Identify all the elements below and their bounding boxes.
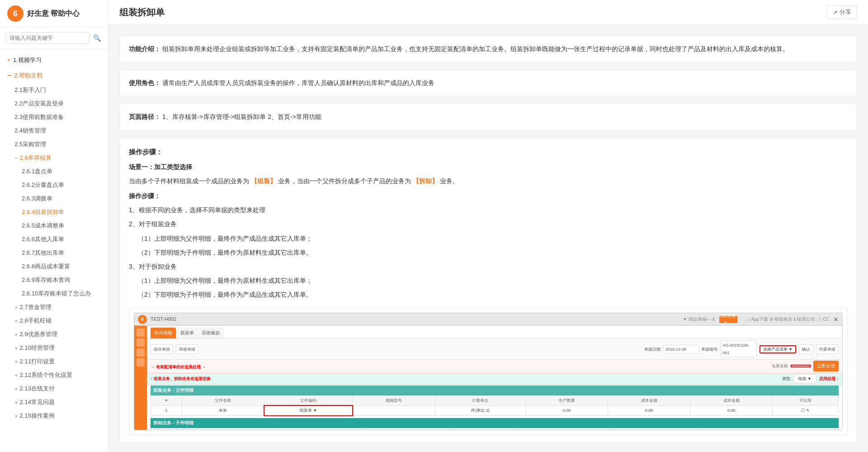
- page-title: 组装拆卸单: [119, 6, 165, 19]
- sidebar-item-2-1[interactable]: 2.1新手入门: [0, 83, 108, 97]
- steps-card: 操作步骤： 场景一：加工类型选择 当由多个子件材料组装成一个成品的业务为 【组装…: [119, 138, 857, 443]
- mock-tab-inactive-1: 新架单: [177, 328, 198, 338]
- mock-screenshot: 6 TEST-H002 ▼ 同款商铺—大 同款商铺—大 ⚪ App下载 ⚙ 帮助…: [134, 313, 843, 430]
- sidebar-label-1: 1.视频学习: [13, 56, 42, 64]
- feature-label: 功能介绍：: [129, 45, 160, 52]
- mock-annotation-row: → 有装配清单的在这里处理 → 仓库名称 立即处理: [147, 360, 842, 373]
- feature-text: 组装拆卸单用来处理企业组装或拆卸等加工业务，支持有固定装配清单的产品加工业务，也…: [162, 45, 789, 52]
- top-bar: 组装拆卸单 ↗ 分享: [108, 0, 868, 25]
- sidebar-item-2-11[interactable]: + 2.11打印设置: [0, 355, 108, 368]
- sidebar-item-2-14[interactable]: + 2.14常见问题: [0, 395, 108, 409]
- sidebar-item-2-3[interactable]: 2.3使用前数据准备: [0, 110, 108, 124]
- logo-icon: 6: [7, 5, 24, 22]
- sidebar-item-2-7[interactable]: + 2.7资金管理: [0, 300, 108, 314]
- mock-no-input: AD-20191226-001: [721, 341, 757, 357]
- mock-btn-save: 保存单据: [151, 344, 173, 354]
- mock-tab-inactive-2: 应收账款: [198, 328, 224, 338]
- sidebar-item-2-6-1[interactable]: 2.6.1盘点单: [0, 165, 108, 178]
- mock-sidebar-icon-2: [137, 338, 145, 347]
- mock-btn-op1: 确认: [799, 344, 813, 354]
- mock-tab-bar: 库存调整 新架单 应收账款: [147, 326, 842, 339]
- sidebar-label-2: 2.帮助文档: [14, 71, 42, 80]
- sidebar-item-2-15[interactable]: + 2.15操作案例: [0, 409, 108, 423]
- mock-left-sidebar: [134, 326, 147, 430]
- mock-date-input: 2019-12-26: [663, 345, 699, 354]
- sidebar-item-2-13[interactable]: + 2.13在线支付: [0, 382, 108, 395]
- step3: 3、对于拆卸业务: [129, 261, 848, 272]
- screenshot-container: 6 TEST-H002 ▼ 同款商铺—大 同款商铺—大 ⚪ App下载 ⚙ 帮助…: [129, 308, 848, 435]
- sidebar-item-2[interactable]: − 2.帮助文档: [0, 68, 108, 83]
- step1: 1、根据不同的业务，选择不同单据的类型来处理: [129, 205, 848, 216]
- path-label: 页面路径：: [129, 113, 160, 120]
- mock-close-icon[interactable]: ✕: [833, 316, 839, 323]
- mock-lower-section: 拆卸业务 - 子件明细 ✦ 子件名称 规格型号 计划用量 实际 *实际入库 成本…: [147, 417, 842, 431]
- expand-icon-1: +: [7, 57, 10, 63]
- mock-btn-op2: 作废单据: [816, 344, 839, 354]
- role-text: 通常由生产人员或库管人员完成拆装业务的操作，库管人员确认原材料的出库和产成品的入…: [162, 79, 434, 86]
- sidebar-item-2-12[interactable]: + 2.12系统个性化设置: [0, 368, 108, 382]
- share-button[interactable]: ↗ 分享: [827, 5, 857, 19]
- search-input[interactable]: [5, 32, 90, 44]
- expand-icon-2-7: +: [14, 304, 18, 311]
- step2-sub1: （1）上部明细为父件明细，最终作为产成品生成其它入库单；: [129, 233, 848, 244]
- sidebar-item-2-6-10[interactable]: 2.6.10库存账本错了怎么办: [0, 287, 108, 300]
- scene1-desc: 当由多个子件材料组装成一个成品的业务为 【组装】 业务，当由一个父件拆分成多个子…: [129, 176, 848, 187]
- sidebar-item-1[interactable]: + 1.视频学习: [0, 52, 108, 68]
- share-icon: ↗: [833, 9, 838, 16]
- mock-app-id: TEST-H002: [151, 315, 176, 324]
- step3-sub2: （2）下部明细为子件明细，最终作为产成品生成其它入库单。: [129, 289, 848, 300]
- mock-sidebar-icon-4: [137, 358, 145, 366]
- mock-nav-btn: 同款商铺—大: [719, 316, 737, 323]
- path-card: 页面路径： 1、库存核算->库存管理->组装拆卸单 2、首页->常用功能: [119, 104, 857, 130]
- mock-app-bar: 6 TEST-H002 ▼ 同款商铺—大 同款商铺—大 ⚪ App下载 ⚙ 帮助…: [134, 313, 842, 326]
- sidebar-item-2-6-6[interactable]: 2.6.6其他入库单: [0, 233, 108, 246]
- collapse-icon-2: −: [7, 71, 11, 80]
- role-card: 使用角色： 通常由生产人员或库管人员完成拆装业务的操作，库管人员确认原材料的出库…: [119, 70, 857, 96]
- annotation-fixed-bom: → 有装配清单的在这里处理 →: [151, 365, 206, 369]
- mock-btn-audit: 审核单据: [176, 344, 198, 354]
- mock-table-row-1: 1 米米 组装单 ▼ 件(单位:1) 0.00 0.00 0.00: [151, 405, 839, 415]
- step2-sub2: （2）下部明细为子件明细，最终作为原材料生成其它出库单。: [129, 247, 848, 258]
- annotation-type-switch: ↑ 组装业务、拆卸业务在这里切换: [151, 375, 211, 382]
- steps-label: 操作步骤：: [129, 146, 848, 158]
- sidebar-item-2-6-7[interactable]: 2.6.7其他出库单: [0, 246, 108, 260]
- mock-upper-title: 组装业务 - 父件明细: [151, 385, 839, 395]
- mock-lower-title: 拆卸业务 - 子件明细: [151, 418, 839, 428]
- search-button[interactable]: 🔍: [91, 33, 103, 43]
- sidebar-item-2-6-3[interactable]: 2.6.3调拨单: [0, 192, 108, 205]
- annotation-enable: 启用处理 ↑: [819, 375, 839, 382]
- mock-btn-fixed: 选择产品清单 ▼: [760, 345, 796, 353]
- content-area: 功能介绍： 组装拆卸单用来处理企业组装或拆卸等加工业务，支持有固定装配清单的产品…: [108, 25, 868, 452]
- sidebar: 6 好生意 帮助中心 🔍 + 1.视频学习 − 2.帮助文档 2.1新手入门 2…: [0, 0, 108, 452]
- mock-upper-table: ✦ 父件名称 父件编码 规格型号 计量单位 生产数量 成本金额 成本金额 可出库: [151, 395, 839, 416]
- sidebar-item-2-6-4[interactable]: 2.6.4组装拆卸单: [0, 205, 108, 219]
- mock-sidebar-icon-1: [137, 328, 145, 337]
- mock-logo: 6: [138, 315, 147, 324]
- sidebar-item-2-6-8[interactable]: 2.6.8商品成本重算: [0, 260, 108, 273]
- sidebar-item-2-6-9[interactable]: 2.6.9库存账本查询: [0, 273, 108, 287]
- mock-process-btn: 立即处理: [813, 361, 839, 371]
- sidebar-item-2-5[interactable]: 2.5采购管理: [0, 138, 108, 151]
- sidebar-item-2-10[interactable]: + 2.10经营管理: [0, 341, 108, 355]
- mock-type-select: 组装 ▼: [793, 374, 816, 383]
- sidebar-item-2-6[interactable]: − 2.6库存核算: [0, 151, 108, 165]
- sidebar-item-2-6-2[interactable]: 2.6.2分量盘点单: [0, 178, 108, 192]
- mock-sidebar-icon-3: [137, 348, 145, 357]
- mock-main: 库存调整 新架单 应收账款 保存单据 审核单据 单据日期: 2019-12-26: [147, 326, 842, 430]
- sidebar-item-2-6-5[interactable]: 2.6.5成本调整单: [0, 219, 108, 233]
- mock-upper-section: 组装业务 - 父件明细 ✦ 父件名称 父件编码 规格型号 计量单位 生产数量 成…: [147, 385, 842, 416]
- collapse-icon-2-6: −: [14, 155, 18, 162]
- mock-lower-table: ✦ 子件名称 规格型号 计划用量 实际 *实际入库 成本金额 费用分摊 操作: [151, 428, 839, 431]
- sidebar-item-2-2[interactable]: 2.2产品安装及登录: [0, 97, 108, 110]
- app-name: 好生意 帮助中心: [27, 9, 80, 19]
- steps-intro: 操作步骤：: [129, 190, 848, 202]
- main-content: 组装拆卸单 ↗ 分享 功能介绍： 组装拆卸单用来处理企业组装或拆卸等加工业务，支…: [108, 0, 868, 452]
- path-text: 1、库存核算->库存管理->组装拆卸单 2、首页->常用功能: [162, 113, 321, 120]
- feature-intro-card: 功能介绍： 组装拆卸单用来处理企业组装或拆卸等加工业务，支持有固定装配清单的产品…: [119, 36, 857, 62]
- sidebar-item-2-9[interactable]: + 2.9优惠券管理: [0, 328, 108, 341]
- scene1-label: 场景一：加工类型选择: [129, 163, 192, 171]
- sidebar-header: 6 好生意 帮助中心: [0, 0, 108, 28]
- mock-toolbar: 保存单据 审核单据 单据日期: 2019-12-26 单据编号: AD-2019…: [147, 339, 842, 359]
- sidebar-item-2-8[interactable]: + 2.8手机旺铺: [0, 314, 108, 328]
- sidebar-item-2-4[interactable]: 2.4销售管理: [0, 124, 108, 138]
